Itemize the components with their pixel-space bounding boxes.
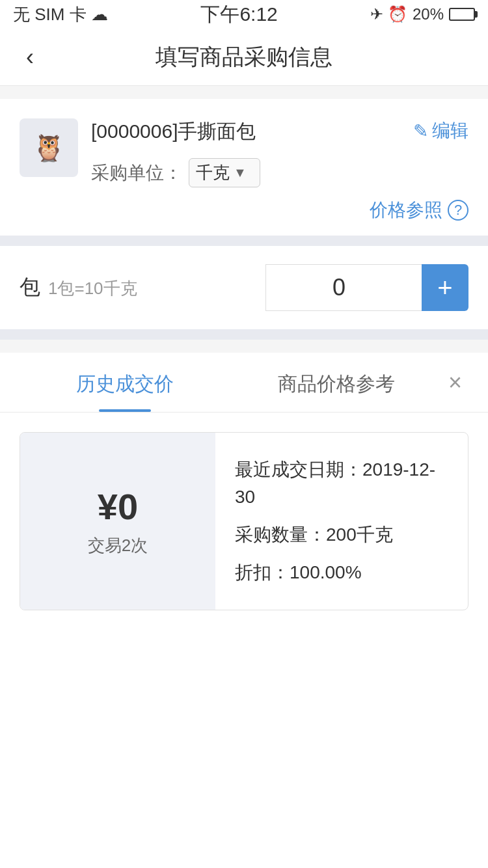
price-ref-label: 价格参照 xyxy=(370,198,442,223)
quantity-input[interactable] xyxy=(265,264,422,311)
price-card: ¥0 交易2次 最近成交日期：2019-12-30 采购数量：200千克 折扣：… xyxy=(20,432,468,610)
product-thumbnail: 🦉 xyxy=(20,118,78,177)
tabs-divider xyxy=(0,329,488,340)
bottom-space xyxy=(0,630,488,868)
tab-content: ¥0 交易2次 最近成交日期：2019-12-30 采购数量：200千克 折扣：… xyxy=(0,413,488,630)
product-owl-icon: 🦉 xyxy=(33,133,65,163)
purchase-qty-label: 采购数量： xyxy=(235,524,326,545)
recent-date-row: 最近成交日期：2019-12-30 xyxy=(235,456,448,511)
recent-date-label: 最近成交日期： xyxy=(235,459,362,480)
quantity-input-group: + xyxy=(265,264,468,311)
unit-value: 千克 xyxy=(196,161,230,184)
unit-dropdown-arrow: ▼ xyxy=(234,165,247,180)
price-ref-button[interactable]: 价格参照 ? xyxy=(370,198,468,223)
signal-icons: ✈ ⏰ xyxy=(370,5,407,23)
purchase-qty-value: 200千克 xyxy=(326,524,393,545)
pkg-sub: 1包=10千克 xyxy=(48,277,137,300)
status-left: 无 SIM 卡 ☁ xyxy=(13,3,108,26)
price-card-left: ¥0 交易2次 xyxy=(20,433,215,610)
transaction-count: 交易2次 xyxy=(88,534,148,557)
nav-bar: ‹ 填写商品采购信息 xyxy=(0,29,488,86)
discount-label: 折扣： xyxy=(235,562,290,582)
quantity-plus-button[interactable]: + xyxy=(422,264,468,311)
tabs-section: 历史成交价 商品价格参考 × ¥0 交易2次 最近成交日期：2019-12-30… xyxy=(0,353,488,630)
status-bar: 无 SIM 卡 ☁ 下午6:12 ✈ ⏰ 20% xyxy=(0,0,488,29)
price-currency: ¥ xyxy=(98,486,118,527)
tab-price-reference[interactable]: 商品价格参考 xyxy=(230,353,441,412)
help-icon: ? xyxy=(448,200,468,221)
edit-label: 编辑 xyxy=(432,118,468,143)
unit-select[interactable]: 千克 ▼ xyxy=(189,158,260,187)
edit-button[interactable]: ✎ 编辑 xyxy=(413,118,468,143)
quantity-row: 包 1包=10千克 + xyxy=(0,246,488,329)
product-section: 🦉 [0000006]手撕面包 采购单位： 千克 ▼ ✎ 编辑 xyxy=(0,99,488,236)
back-button[interactable]: ‹ xyxy=(20,37,40,77)
tabs-header: 历史成交价 商品价格参考 × xyxy=(0,353,488,413)
section-divider xyxy=(0,236,488,246)
pkg-label: 包 xyxy=(20,273,40,302)
discount-row: 折扣：100.00% xyxy=(235,559,448,586)
price-value: 0 xyxy=(118,486,138,527)
status-time: 下午6:12 xyxy=(200,1,277,28)
unit-label: 采购单位： xyxy=(91,161,182,185)
edit-icon: ✎ xyxy=(413,120,428,142)
battery-percent: 20% xyxy=(413,5,444,23)
tab-close-button[interactable]: × xyxy=(442,362,468,403)
price-card-right: 最近成交日期：2019-12-30 采购数量：200千克 折扣：100.00% xyxy=(215,433,468,610)
discount-value: 100.00% xyxy=(290,562,362,582)
status-right: ✈ ⏰ 20% xyxy=(370,5,475,23)
product-info: [0000006]手撕面包 采购单位： 千克 ▼ xyxy=(91,118,413,187)
network-status: 无 SIM 卡 ☁ xyxy=(13,3,108,26)
product-name: [0000006]手撕面包 xyxy=(91,118,413,145)
battery-icon xyxy=(449,8,475,21)
page-title: 填写商品采购信息 xyxy=(156,42,332,72)
price-main: ¥0 xyxy=(98,485,138,528)
tab-history-price[interactable]: 历史成交价 xyxy=(20,353,230,412)
purchase-qty-row: 采购数量：200千克 xyxy=(235,521,448,549)
